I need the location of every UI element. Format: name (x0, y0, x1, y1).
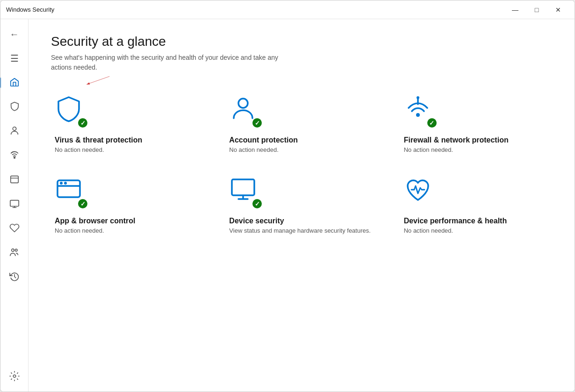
svg-point-1 (14, 157, 15, 158)
account-check-badge (252, 117, 263, 128)
network-icon (9, 150, 20, 162)
sidebar-item-account[interactable] (3, 120, 26, 143)
account-card-icon-wrap (229, 95, 263, 128)
windows-security-window: Windows Security — □ ✕ ← ☰ (0, 0, 575, 392)
person-icon (9, 126, 20, 137)
firewall-card-status: No action needed. (404, 146, 548, 153)
firewall-card-title: Firewall & network protection (404, 136, 548, 144)
health-card-title: Device performance & health (404, 217, 548, 225)
svg-point-14 (417, 96, 419, 99)
card-account-protection[interactable]: Account protection No action needed. (225, 91, 377, 157)
maximize-button[interactable]: □ (526, 2, 547, 17)
back-icon: ← (10, 29, 19, 39)
titlebar: Windows Security — □ ✕ (0, 0, 575, 19)
browser-card-status: No action needed. (55, 227, 199, 234)
menu-icon: ☰ (10, 54, 19, 63)
virus-card-status: No action needed. (55, 146, 199, 153)
close-button[interactable]: ✕ (547, 2, 569, 17)
monitor-icon (9, 199, 20, 210)
svg-point-7 (11, 249, 14, 251)
home-icon (9, 77, 20, 89)
sidebar-item-shield[interactable] (3, 96, 26, 118)
card-firewall[interactable]: Firewall & network protection No action … (400, 91, 552, 157)
device-card-title: Device security (229, 217, 374, 225)
window-controls: — □ ✕ (504, 2, 569, 17)
browser-card-title: App & browser control (55, 217, 199, 225)
window-title: Windows Security (6, 6, 54, 13)
main-content: Security at a glance See what's happenin… (29, 19, 575, 392)
account-card-title: Account protection (229, 136, 374, 144)
sidebar-item-browser[interactable] (3, 169, 26, 191)
account-card-status: No action needed. (229, 146, 374, 153)
card-device-security[interactable]: Device security View status and manage h… (225, 172, 377, 238)
firewall-check-badge (426, 117, 438, 128)
card-device-health[interactable]: Device performance & health No action ne… (400, 172, 552, 238)
svg-rect-20 (232, 179, 254, 195)
health-card-status: No action needed. (404, 227, 548, 234)
device-card-icon-wrap (229, 176, 263, 209)
history-icon (9, 271, 20, 283)
cards-grid: Virus & threat protection No action need… (51, 91, 552, 238)
device-check-badge (252, 198, 263, 209)
svg-point-8 (15, 249, 17, 251)
sidebar-item-device[interactable] (3, 193, 26, 215)
sidebar-item-network[interactable] (3, 144, 26, 167)
health-icon (9, 223, 20, 235)
health-card-icon-wrap (404, 176, 438, 209)
app-body: ← ☰ (0, 19, 575, 392)
svg-point-9 (13, 375, 16, 378)
card-browser-control[interactable]: App & browser control No action needed. (51, 172, 203, 238)
svg-point-0 (13, 127, 16, 130)
family-icon (9, 247, 20, 259)
svg-rect-4 (10, 200, 18, 206)
svg-point-18 (60, 182, 63, 185)
svg-point-12 (238, 99, 248, 108)
firewall-card-icon-wrap (404, 95, 438, 128)
browser-icon (9, 174, 20, 186)
shield-icon (9, 101, 20, 113)
svg-rect-2 (10, 176, 18, 183)
browser-card-icon-wrap (55, 176, 88, 209)
sidebar-item-settings[interactable] (3, 365, 26, 388)
settings-icon (9, 371, 20, 383)
device-card-status: View status and manage hardware security… (229, 227, 374, 234)
sidebar: ← ☰ (0, 19, 29, 392)
sidebar-item-family[interactable] (3, 242, 26, 264)
heartbeat-icon (404, 176, 432, 204)
virus-card-icon-wrap (55, 95, 88, 128)
virus-card-title: Virus & threat protection (55, 136, 199, 144)
sidebar-item-health[interactable] (3, 217, 26, 240)
browser-check-badge (77, 198, 88, 209)
page-subtitle: See what's happening with the security a… (51, 53, 285, 72)
sidebar-item-home[interactable] (3, 71, 26, 94)
card-virus-protection[interactable]: Virus & threat protection No action need… (51, 91, 203, 157)
sidebar-item-menu[interactable]: ☰ (3, 47, 26, 70)
svg-line-11 (86, 76, 109, 84)
sidebar-item-history[interactable] (3, 266, 26, 288)
sidebar-item-back[interactable]: ← (3, 23, 26, 45)
page-title: Security at a glance (51, 34, 552, 49)
svg-point-15 (416, 113, 420, 117)
svg-point-19 (64, 182, 67, 185)
minimize-button[interactable]: — (504, 2, 526, 17)
virus-check-badge (77, 117, 88, 128)
